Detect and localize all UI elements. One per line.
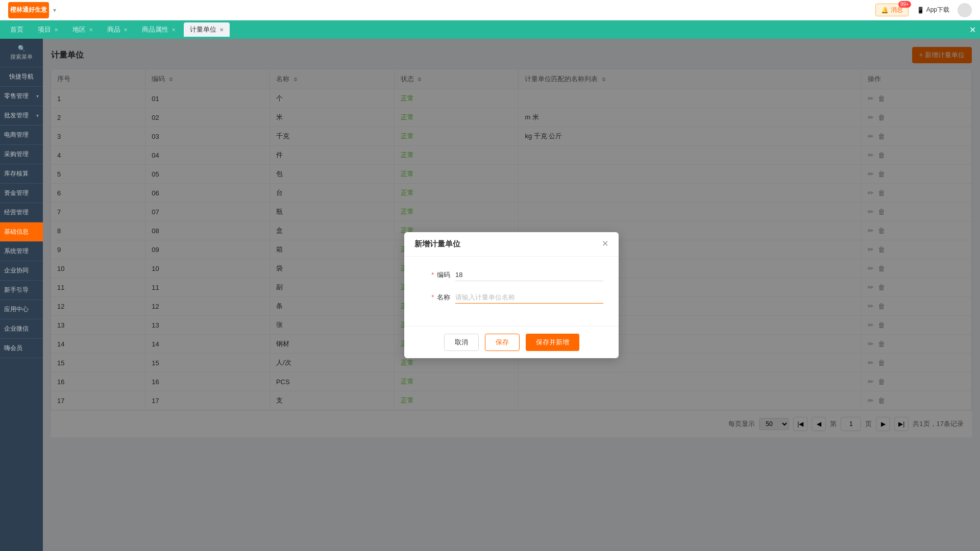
chevron-right-icon: ▾ (36, 113, 39, 118)
close-all-tabs-button[interactable]: ✕ (969, 25, 976, 35)
quick-nav-button[interactable]: 快捷导航 (0, 67, 43, 87)
sidebar-item-wholesale[interactable]: 批发管理 ▾ (0, 106, 43, 126)
name-form-row: * 名称 (420, 291, 603, 304)
modal-header: 新增计量单位 ✕ (404, 232, 619, 257)
main-layout: 🔍 搜索菜单 快捷导航 零售管理 ▾ 批发管理 ▾ 电商管理 采购管理 库存核算… (0, 39, 980, 551)
sidebar-item-basic[interactable]: 基础信息 (0, 222, 43, 242)
tab-project[interactable]: 项目 ✕ (32, 22, 64, 37)
required-mark: * (431, 271, 434, 279)
sidebar-purchase-label: 采购管理 (4, 150, 29, 159)
tab-project-close[interactable]: ✕ (54, 27, 58, 33)
sidebar: 🔍 搜索菜单 快捷导航 零售管理 ▾ 批发管理 ▾ 电商管理 采购管理 库存核算… (0, 39, 43, 551)
sidebar-item-member[interactable]: 嗨会员 (0, 339, 43, 358)
sidebar-item-label: 快捷导航 (9, 73, 34, 80)
tab-attr-close[interactable]: ✕ (172, 27, 176, 33)
sidebar-basic-label: 基础信息 (4, 228, 29, 236)
chevron-right-icon: ▾ (36, 93, 39, 99)
dropdown-icon[interactable]: ▾ (53, 7, 56, 14)
logo-area: 橙林通好生意 ▾ (8, 2, 56, 18)
sidebar-item-system[interactable]: 系统管理 (0, 242, 43, 261)
tab-region-label: 地区 (72, 25, 86, 34)
content-area: 计量单位 + 新增计量单位 序号 编码 名称 (43, 39, 980, 551)
header-right: 🔔 消息 99+ 📱 App下载 (875, 3, 972, 17)
sidebar-operations-label: 经营管理 (4, 208, 29, 217)
tab-product-label: 商品 (107, 25, 120, 34)
tab-product-close[interactable]: ✕ (124, 27, 128, 33)
sidebar-item-ecommerce[interactable]: 电商管理 (0, 126, 43, 145)
sidebar-item-operations[interactable]: 经营管理 (0, 203, 43, 222)
tab-unit-label: 计量单位 (190, 25, 216, 34)
tab-home-label: 首页 (10, 25, 23, 34)
save-and-add-button[interactable]: 保存并新增 (526, 334, 579, 351)
modal-title: 新增计量单位 (414, 239, 460, 249)
code-label: * 编码 (420, 270, 450, 280)
required-mark: * (431, 293, 434, 301)
modal-body: * 编码 * 名称 (404, 257, 619, 326)
tab-attr-label: 商品属性 (142, 25, 168, 34)
name-label: * 名称 (420, 293, 450, 302)
add-unit-modal: 新增计量单位 ✕ * 编码 * 名称 (404, 232, 619, 358)
logo-text: 橙林通好生意 (10, 6, 47, 14)
app-download-button[interactable]: 📱 App下载 (917, 6, 949, 14)
name-input[interactable] (455, 291, 603, 304)
save-button[interactable]: 保存 (485, 334, 520, 351)
modal-close-button[interactable]: ✕ (602, 240, 608, 248)
sidebar-item-purchase[interactable]: 采购管理 (0, 145, 43, 164)
modal-overlay: 新增计量单位 ✕ * 编码 * 名称 (43, 39, 980, 551)
notification-button[interactable]: 🔔 消息 99+ (875, 4, 909, 16)
sidebar-item-enterprise[interactable]: 企业微信 (0, 319, 43, 339)
sidebar-item-inventory[interactable]: 库存核算 (0, 164, 43, 184)
sidebar-item-partner[interactable]: 企业协同 (0, 261, 43, 281)
app-download-label: App下载 (926, 6, 949, 14)
search-icon: 🔍 (18, 45, 26, 52)
modal-footer: 取消 保存 保存并新增 (404, 326, 619, 358)
sidebar-ecommerce-label: 电商管理 (4, 131, 29, 139)
sidebar-item-finance[interactable]: 资金管理 (0, 184, 43, 203)
sidebar-partner-label: 企业协同 (4, 266, 29, 275)
sidebar-appcenter-label: 应用中心 (4, 305, 29, 314)
search-menu-label: 搜索菜单 (4, 53, 39, 61)
tab-region[interactable]: 地区 ✕ (66, 22, 99, 37)
sidebar-wholesale-label: 批发管理 (4, 111, 29, 120)
user-avatar[interactable] (958, 3, 972, 17)
sidebar-item-retail[interactable]: 零售管理 ▾ (0, 87, 43, 106)
code-input[interactable] (455, 269, 603, 281)
tab-region-close[interactable]: ✕ (89, 27, 93, 33)
sidebar-inventory-label: 库存核算 (4, 169, 29, 178)
tab-product[interactable]: 商品 ✕ (101, 22, 134, 37)
tab-project-label: 项目 (38, 25, 51, 34)
tab-unit-close[interactable]: ✕ (219, 27, 224, 33)
notification-badge: 99+ (898, 1, 911, 8)
bell-icon: 🔔 (881, 7, 889, 14)
sidebar-system-label: 系统管理 (4, 247, 29, 256)
tab-bar: 首页 项目 ✕ 地区 ✕ 商品 ✕ 商品属性 ✕ 计量单位 ✕ ✕ (0, 20, 980, 39)
tab-attr[interactable]: 商品属性 ✕ (136, 22, 182, 37)
logo: 橙林通好生意 (8, 2, 49, 18)
sidebar-finance-label: 资金管理 (4, 189, 29, 197)
sidebar-member-label: 嗨会员 (4, 344, 22, 353)
sidebar-item-newbie[interactable]: 新手引导 (0, 281, 43, 300)
phone-icon: 📱 (917, 7, 924, 14)
search-menu-button[interactable]: 🔍 搜索菜单 (0, 39, 43, 67)
sidebar-newbie-label: 新手引导 (4, 286, 29, 294)
cancel-button[interactable]: 取消 (444, 334, 479, 351)
code-form-row: * 编码 (420, 269, 603, 281)
sidebar-item-appcenter[interactable]: 应用中心 (0, 300, 43, 319)
top-header: 橙林通好生意 ▾ 🔔 消息 99+ 📱 App下载 (0, 0, 980, 20)
sidebar-retail-label: 零售管理 (4, 92, 29, 101)
tab-home[interactable]: 首页 (4, 22, 30, 37)
sidebar-enterprise-label: 企业微信 (4, 324, 29, 333)
tab-unit[interactable]: 计量单位 ✕ (184, 22, 230, 37)
